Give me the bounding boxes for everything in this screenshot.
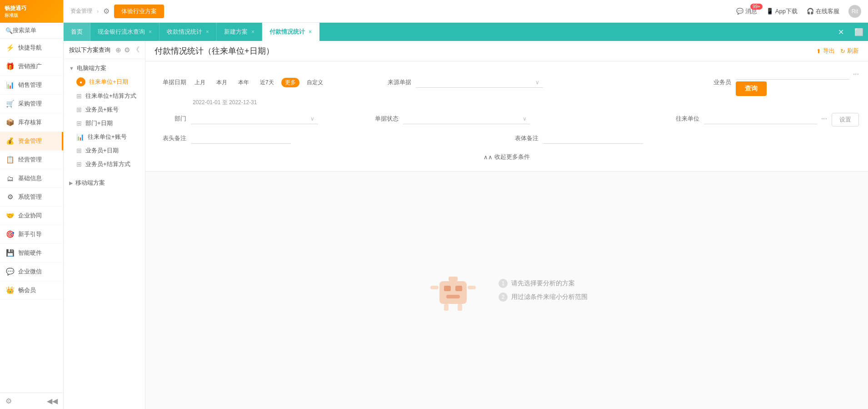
tab-new-scheme-close[interactable]: × — [251, 29, 254, 35]
collapse-panel-icon[interactable]: 《 — [133, 45, 140, 54]
counterpart-label: 往来单位 — [668, 115, 704, 123]
date-opt-7days[interactable]: 近7天 — [256, 77, 278, 88]
query-button[interactable]: 查询 — [736, 81, 767, 96]
sidebar-item-enterprise[interactable]: 🤝企业协同 — [0, 207, 63, 225]
scheme-item-dept-date[interactable]: ⊞ 部门+日期 — [64, 116, 145, 130]
dept-content: ∨ — [191, 114, 367, 124]
guide-icon: 🎯 — [5, 230, 15, 239]
desktop-group-label: 电脑端方案 — [77, 64, 106, 72]
refresh-icon: ↻ — [840, 48, 845, 55]
member-icon: 👑 — [5, 286, 15, 295]
sidebar-search-label: 搜索菜单 — [13, 26, 36, 35]
body-note-input[interactable] — [543, 133, 643, 144]
main-area: 资金管理 › ⚙ 体验行业方案 💬 消息 99+ 📱 App下载 🎧 在线客服 … — [64, 0, 868, 409]
scheme-item-salesman-settlement[interactable]: ⊞ 业务员+结算方式 — [64, 157, 145, 171]
tab-payment-stats-close[interactable]: × — [309, 29, 312, 35]
tab-receipt-stats[interactable]: 收款情况统计 × — [160, 23, 217, 41]
messages-badge: 99+ — [750, 4, 763, 10]
scheme-item-counterpart-date[interactable]: ● 往来单位+日期 — [64, 75, 145, 89]
counterpart-content: ··· 设置 — [704, 111, 859, 126]
sidebar-label-member: 畅会员 — [18, 286, 36, 294]
sidebar-label-hardware: 智能硬件 — [18, 249, 42, 257]
source-doc-select[interactable]: ∨ — [416, 77, 543, 88]
sidebar-item-operations[interactable]: 📋经营管理 — [0, 151, 63, 169]
sidebar-item-quick-nav[interactable]: ⚡快捷导航 — [0, 39, 63, 57]
desktop-group-header[interactable]: ▼ 电脑端方案 — [64, 62, 145, 75]
app-name: 畅捷通巧 — [5, 5, 26, 12]
sidebar-item-hardware[interactable]: 💾智能硬件 — [0, 244, 63, 263]
scheme-item-counterpart-account[interactable]: 📊 往来单位+账号 — [64, 130, 145, 144]
date-filter-content: 上月 本月 本年 近7天 更多 自定义 — [191, 77, 379, 88]
trial-button[interactable]: 体验行业方案 — [114, 5, 164, 18]
empty-tips: 1 请先选择要分析的方案 2 用过滤条件来缩小分析范围 — [499, 279, 588, 302]
collapse-chevron-icon: ∧∧ — [484, 154, 493, 161]
sidebar-item-system[interactable]: ⚙系统管理 — [0, 188, 63, 207]
avatar[interactable]: Rit — [848, 5, 861, 18]
tab-new-scheme[interactable]: 新建方案 × — [217, 23, 262, 41]
scheme-header-label: 按以下方案查询 — [69, 46, 110, 54]
settings-bottom-icon[interactable]: ⚙ — [5, 397, 12, 405]
date-opt-this-year[interactable]: 本年 — [234, 77, 253, 88]
tab-bank-flow-close[interactable]: × — [149, 29, 152, 35]
close-window-icon[interactable]: ✕ — [832, 23, 850, 41]
messages-action[interactable]: 💬 消息 99+ — [736, 7, 757, 15]
scheme-item-label-5: 业务员+日期 — [85, 146, 119, 155]
date-opt-custom[interactable]: 自定义 — [303, 77, 327, 88]
maximize-icon[interactable]: ⬜ — [850, 23, 868, 41]
app-download-action[interactable]: 📱 App下载 — [766, 7, 798, 15]
counterpart-input[interactable] — [704, 113, 818, 124]
date-opt-this-month[interactable]: 本月 — [213, 77, 231, 88]
topbar-right: 💬 消息 99+ 📱 App下载 🎧 在线客服 Rit — [736, 5, 861, 18]
message-icon: 💬 — [736, 8, 743, 15]
sidebar-item-purchase[interactable]: 🛒采购管理 — [0, 95, 63, 113]
date-opt-last-month[interactable]: 上月 — [191, 77, 209, 88]
mobile-group-header[interactable]: ▶ 移动端方案 — [64, 177, 145, 189]
basic-info-icon: 🗂 — [5, 174, 15, 183]
dept-select[interactable]: ∨ — [191, 114, 318, 124]
salesman-input[interactable] — [736, 69, 849, 80]
sidebar-item-sales[interactable]: 📊销售管理 — [0, 76, 63, 95]
refresh-button[interactable]: ↻ 刷新 — [840, 47, 859, 55]
topbar-settings-icon[interactable]: ⚙ — [103, 7, 110, 15]
tab-receipt-stats-close[interactable]: × — [206, 29, 209, 35]
export-button[interactable]: ⬆ 导出 — [816, 47, 835, 55]
collapse-sidebar-icon[interactable]: ◀◀ — [47, 397, 58, 405]
inventory-icon: 📦 — [5, 118, 15, 127]
tip-2-num: 2 — [499, 293, 508, 302]
tab-bank-flow[interactable]: 现金银行流水查询 × — [90, 23, 160, 41]
tab-payment-stats[interactable]: 付款情况统计 × — [262, 23, 319, 41]
sidebar-item-search[interactable]: 🔍 搜索菜单 — [0, 23, 63, 39]
sidebar-item-wechat[interactable]: 💬企业微信 — [0, 263, 63, 281]
settings-button[interactable]: 设置 — [832, 113, 859, 126]
svg-rect-0 — [439, 281, 467, 304]
collapse-label: 收起更多条件 — [494, 153, 530, 161]
chevron-icon: › — [97, 8, 99, 15]
sidebar-item-guide[interactable]: 🎯新手引导 — [0, 225, 63, 244]
add-scheme-icon[interactable]: ⊕ — [115, 46, 121, 54]
doc-status-select[interactable]: ∨ — [403, 114, 530, 124]
date-opt-more[interactable]: 更多 — [281, 78, 299, 87]
header-note-input[interactable] — [191, 133, 291, 144]
online-service-action[interactable]: 🎧 在线客服 — [807, 7, 839, 15]
counterpart-dots[interactable]: ··· — [821, 115, 827, 123]
scheme-item-salesman-account[interactable]: ⊞ 业务员+账号 — [64, 103, 145, 116]
source-doc-content: ∨ — [416, 77, 699, 88]
sidebar-item-basic-info[interactable]: 🗂基础信息 — [0, 169, 63, 188]
scheme-settings-icon[interactable]: ⚙ — [124, 46, 130, 54]
sidebar-item-finance[interactable]: 💰资金管理 — [0, 132, 63, 151]
sidebar-item-member[interactable]: 👑畅会员 — [0, 281, 63, 300]
enterprise-icon: 🤝 — [5, 211, 15, 220]
tab-home[interactable]: 首页 — [64, 23, 90, 41]
filter-area: 单据日期 上月 本月 本年 近7天 更多 自定义 来源单据 — [145, 61, 868, 172]
sidebar-label-finance: 资金管理 — [18, 137, 42, 145]
grid-icon-1: ⊞ — [76, 92, 82, 100]
tip-1-num: 1 — [499, 279, 508, 288]
source-doc-label: 来源单据 — [379, 78, 416, 86]
scheme-item-counterpart-settlement[interactable]: ⊞ 往来单位+结算方式 — [64, 89, 145, 103]
sidebar-item-marketing[interactable]: 🎁营销推广 — [0, 57, 63, 76]
salesman-dots[interactable]: ··· — [853, 70, 859, 78]
scheme-item-salesman-date[interactable]: ⊞ 业务员+日期 — [64, 144, 145, 157]
collapse-button[interactable]: ∧∧ 收起更多条件 — [155, 150, 859, 164]
salesman-content: ··· 查询 — [736, 69, 859, 96]
sidebar-item-inventory[interactable]: 📦库存核算 — [0, 113, 63, 132]
